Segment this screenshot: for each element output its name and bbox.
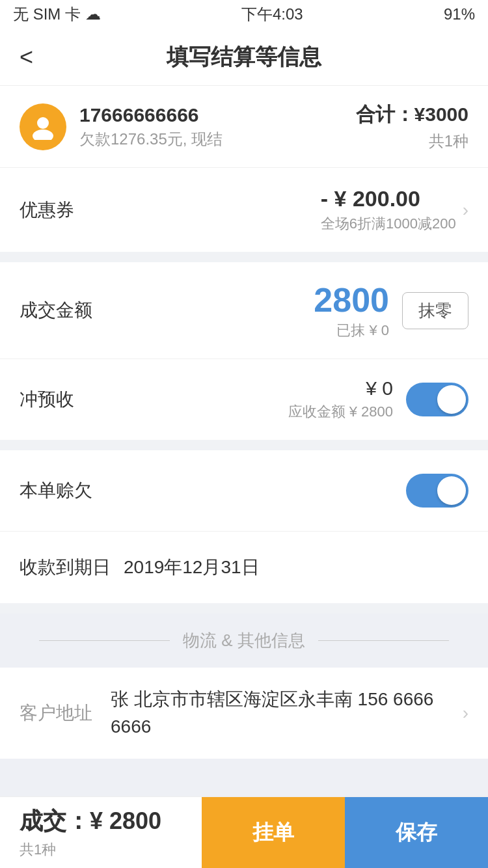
address-arrow: ›: [463, 703, 468, 724]
customer-row: 17666666666 欠款1276.35元, 现结 合计：¥3000 共1种: [0, 86, 488, 167]
bottom-bar: 成交：¥ 2800 共1种 挂单 保存: [0, 796, 488, 868]
prereceive-toggle[interactable]: [406, 383, 468, 416]
prereceive-amount-block: ¥ 0 应收金额 ¥ 2800: [288, 377, 393, 422]
status-right: 91%: [444, 5, 475, 23]
debt-toggle-knob: [437, 476, 466, 505]
address-section: 客户地址 张 北京市市辖区海淀区永丰南 156 6666 6666 ›: [0, 668, 488, 759]
customer-section: 17666666666 欠款1276.35元, 现结 合计：¥3000 共1种 …: [0, 86, 488, 252]
prereceive-row: 冲预收 ¥ 0 应收金额 ¥ 2800: [0, 359, 488, 440]
deal-right: 2800 已抹 ¥ 0 抹零: [314, 280, 468, 340]
deal-section: 成交金额 2800 已抹 ¥ 0 抹零 冲预收 ¥ 0 应收金额 ¥ 2800: [0, 262, 488, 440]
address-label: 客户地址: [20, 701, 111, 726]
customer-info: 17666666666 欠款1276.35元, 现结: [79, 104, 356, 150]
avatar: [20, 103, 66, 150]
svg-point-0: [37, 117, 49, 129]
prereceive-sub: 应收金额 ¥ 2800: [288, 402, 393, 422]
customer-phone: 17666666666: [79, 104, 356, 126]
coupon-amount: - ¥ 200.00: [321, 186, 456, 211]
coupon-arrow: ›: [463, 200, 468, 221]
duedate-value: 2019年12月31日: [124, 555, 260, 580]
duedate-label: 收款到期日: [20, 555, 111, 580]
divider-line-right: [318, 640, 449, 641]
coupon-sub: 全场6折满1000减200: [321, 214, 456, 234]
avatar-icon: [30, 114, 56, 140]
divider-line-left: [39, 640, 170, 641]
status-bar: 无 SIM 卡 ☁ 下午4:03 91%: [0, 0, 488, 29]
customer-total: 合计：¥3000 共1种: [356, 102, 468, 152]
nav-bar: < 填写结算等信息: [0, 29, 488, 86]
bottom-deal: 成交：¥ 2800: [20, 806, 182, 837]
prereceive-label: 冲预收: [20, 387, 288, 412]
save-button[interactable]: 保存: [345, 797, 488, 869]
address-value: 张 北京市市辖区海淀区永丰南 156 6666 6666: [111, 686, 456, 740]
status-left: 无 SIM 卡 ☁: [13, 4, 101, 25]
debt-row: 本单赊欠: [0, 450, 488, 531]
status-time: 下午4:03: [241, 4, 303, 25]
customer-sub: 欠款1276.35元, 现结: [79, 129, 356, 150]
pending-button[interactable]: 挂单: [202, 797, 345, 869]
total-count: 共1种: [356, 131, 468, 152]
logistics-divider: 物流 & 其他信息: [0, 614, 488, 668]
bottom-count: 共1种: [20, 840, 182, 860]
deal-amount-label: 成交金额: [20, 298, 314, 323]
svg-point-1: [33, 129, 53, 140]
battery-status: 91%: [444, 5, 475, 23]
deal-amount-sub: 已抹 ¥ 0: [314, 321, 389, 340]
duedate-row: 收款到期日 2019年12月31日: [0, 531, 488, 603]
toggle-knob: [437, 385, 466, 414]
coupon-label: 优惠券: [20, 198, 321, 223]
deal-amount-row: 成交金额 2800 已抹 ¥ 0 抹零: [0, 262, 488, 359]
debt-toggle[interactable]: [406, 474, 468, 508]
deal-amount-value: 2800: [314, 280, 389, 319]
sim-status: 无 SIM 卡 ☁: [13, 4, 101, 25]
page-title: 填写结算等信息: [167, 42, 321, 72]
back-button[interactable]: <: [20, 44, 33, 71]
coupon-row[interactable]: 优惠券 - ¥ 200.00 全场6折满1000减200 ›: [0, 167, 488, 252]
bottom-summary: 成交：¥ 2800 共1种: [0, 806, 202, 860]
debt-label: 本单赊欠: [20, 478, 406, 503]
total-amount: 合计：¥3000: [356, 102, 468, 128]
prereceive-amount: ¥ 0: [288, 377, 393, 400]
prereceive-right: ¥ 0 应收金额 ¥ 2800: [288, 377, 468, 422]
divider-text: 物流 & 其他信息: [183, 629, 305, 652]
debt-section: 本单赊欠 收款到期日 2019年12月31日: [0, 450, 488, 603]
address-row[interactable]: 客户地址 张 北京市市辖区海淀区永丰南 156 6666 6666 ›: [0, 668, 488, 759]
round-button[interactable]: 抹零: [402, 292, 468, 329]
